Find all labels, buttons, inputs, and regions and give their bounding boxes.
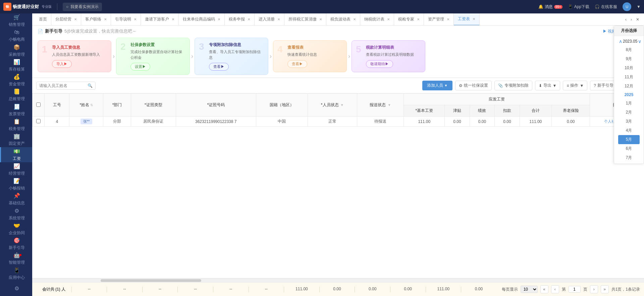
sidebar-item-basic[interactable]: 📌 基础信息 [0,192,32,207]
demo-search-btn[interactable]: ○ 我要看实例演示 [63,3,102,11]
tab-close-all-btn[interactable]: ✕ [634,17,641,22]
sidebar-item-salary[interactable]: 💵 工资 [0,147,32,162]
sidebar-item-cooperation[interactable]: 🤝 企业协同 [0,222,32,237]
scroll-thumb[interactable] [101,279,201,282]
sidebar-item-smart[interactable]: 🤖 智能管理 [0,251,32,266]
sidebar-item-expense[interactable]: 📝 小畅报销 [0,177,32,192]
tab-prev-btn[interactable]: ‹ [623,17,629,22]
month-item-aug[interactable]: 8月 [617,45,641,54]
user-avatar[interactable]: U [623,2,631,11]
step4-btn[interactable]: 查看▶ [287,60,307,68]
search-employee-input[interactable] [39,83,86,88]
income-tax-tab-close[interactable]: ✕ [319,17,322,21]
sidebar-settings-btn[interactable]: ⚙ [0,281,32,296]
row-checkbox[interactable] [36,119,41,123]
month-item-oct[interactable]: 10月 [617,64,641,73]
next-year-btn[interactable]: ∨ [637,38,642,45]
tax-expert-tab-close[interactable]: ✕ [417,17,420,21]
tab-salary[interactable]: 工资表 ✕ [454,13,480,26]
cell-id-type: 居民身份证 [131,117,176,127]
horizontal-scrollbar[interactable] [32,278,644,282]
tab-product-code[interactable]: 往来单位商品编码 ✕ [179,13,225,26]
user-menu-btn[interactable]: ▼ [637,4,641,9]
sidebar-item-operations[interactable]: 📈 经营管理 [0,162,32,177]
step3-btn[interactable]: 查看▶ [209,63,229,71]
month-item-jan[interactable]: 1月 [617,99,641,108]
tab-tax-report[interactable]: 税务申报 ✕ [225,13,255,26]
notification-btn[interactable]: 🔔 消息 99+ [538,4,562,10]
guide-tab-close[interactable]: ✕ [134,17,137,21]
sidebar-item-guide[interactable]: 🎯 新手引导 [0,237,32,251]
operations-btn[interactable]: ≡ 操作 ▼ [563,81,587,90]
tab-guide[interactable]: 引导说明 ✕ [111,13,141,26]
month-item-may[interactable]: 5月 [618,135,640,144]
sidebar-item-purchase[interactable]: 📦 采购管理 [0,43,32,58]
next-page-btn[interactable]: › [590,285,598,293]
month-item-mar[interactable]: 3月 [617,117,641,126]
tax-relief-tab-close[interactable]: ✕ [353,17,356,21]
tab-invite[interactable]: 邀请下游客户 ✕ [141,13,179,26]
step1-btn[interactable]: 导入▶ [52,60,72,68]
sidebar-item-appcenter[interactable]: 📱 应用中心 [0,266,32,281]
month-item-nov[interactable]: 11月 [617,73,641,82]
special-deduction-btn[interactable]: 📎 专项附加扣除 [494,81,532,90]
sidebar-item-inventory[interactable]: 📊 库存核算 [0,58,32,73]
tax-report-tab-close[interactable]: ✕ [248,17,250,21]
wizard-guide-btn[interactable]: ? 新手引导 [590,81,617,90]
add-person-btn[interactable]: 添加人员 ▼ [422,81,452,90]
status-filter-icon[interactable]: ▼ [340,103,344,107]
online-service-btn[interactable]: 🎧 在线客服 [595,4,617,10]
tab-clearance[interactable]: 进入清册 ✕ [255,13,284,26]
invite-tab-close[interactable]: ✕ [172,17,174,21]
product-code-tab-close[interactable]: ✕ [218,17,220,21]
sidebar-item-invoice[interactable]: 🧾 发票管理 [0,103,32,118]
sidebar-item-ecommerce[interactable]: 🛍 小畅电商 [0,28,32,43]
tab-tax-expert[interactable]: 税检专家 ✕ [394,13,424,26]
select-all-checkbox[interactable] [36,102,41,107]
month-item-apr[interactable]: 4月 [617,126,641,135]
report-status-filter-icon[interactable]: ▼ [388,103,391,107]
crm-tab-close[interactable]: ✕ [104,17,107,21]
tab-tax-stat[interactable]: 纳税统计表 ✕ [360,13,394,26]
month-item-sep[interactable]: 9月 [617,54,641,64]
unified-social-btn[interactable]: ⚙ 统一社保设置 [455,81,492,90]
page-number-input[interactable] [569,286,581,293]
month-item-feb[interactable]: 2月 [617,108,641,117]
tab-tiered[interactable]: 分层经营 ✕ [51,13,81,26]
tab-crm[interactable]: 客户联络 ✕ [81,13,111,26]
export-btn[interactable]: ⬇ 导出 ▼ [535,81,560,90]
sidebar-item-assets[interactable]: 🏢 固定资产 [0,132,32,147]
step2-btn[interactable]: 设置▶ [130,63,150,71]
name-sort-icon[interactable]: ⇅ [90,103,93,107]
sidebar-item-tax[interactable]: 📋 税务管理 [0,118,32,132]
step5-btn[interactable]: 敬请期待▶ [366,60,393,68]
sidebar-item-ledger[interactable]: 📒 总账管理 [0,88,32,102]
last-page-btn[interactable]: » [601,285,609,293]
tab-next-btn[interactable]: › [629,17,634,22]
name-badge: 张** [80,119,93,124]
page-size-select[interactable]: 10 20 50 100 [521,286,538,293]
tax-relief-tab-label: 税负波动表 [330,16,351,22]
asset-mgmt-tab-close[interactable]: ✕ [447,17,449,21]
month-item-jun[interactable]: 6月 [617,144,641,153]
salary-tab-close[interactable]: ✕ [473,17,475,21]
clearance-tab-close[interactable]: ✕ [277,17,280,21]
month-item-dec[interactable]: 12月 [617,82,641,91]
search-icon[interactable]: 🔍 [88,83,93,88]
sidebar-item-finance[interactable]: 💰 资金管理 [0,73,32,88]
sidebar-item-system[interactable]: ⚙ 系统管理 [0,207,32,221]
tiered-tab-close[interactable]: ✕ [74,17,77,21]
tab-income-tax[interactable]: 所得税汇算清缴 ✕ [284,13,326,26]
tab-tax-relief[interactable]: 税负波动表 ✕ [326,13,360,26]
tab-home[interactable]: 首页 [35,13,51,26]
prev-page-btn[interactable]: ‹ [551,285,559,293]
tax-stat-tab-close[interactable]: ✕ [387,17,390,21]
prev-year-btn[interactable]: ∧ [618,38,623,45]
tab-asset-mgmt[interactable]: 资产管理 ✕ [424,13,454,26]
first-page-btn[interactable]: « [540,285,548,293]
clearance-tab-label: 进入清册 [259,16,275,22]
sidebar-item-sales[interactable]: 🛒 销售管理 [0,13,32,28]
month-item-jul[interactable]: 7月 [617,153,641,162]
app-download-btn[interactable]: 📱 App下载 [568,4,589,10]
top-bar-right: 🔔 消息 99+ 📱 App下载 🎧 在线客服 U ▼ [538,2,641,11]
